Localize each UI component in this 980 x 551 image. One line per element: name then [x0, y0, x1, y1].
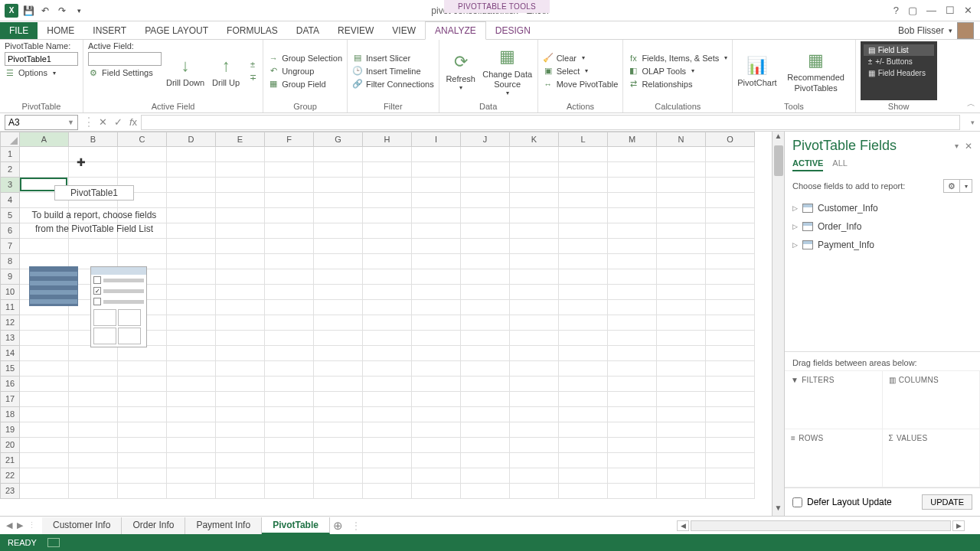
cell[interactable]	[265, 239, 314, 254]
cell[interactable]	[265, 407, 314, 422]
row-header[interactable]: 10	[0, 285, 20, 300]
close-icon[interactable]: ✕	[964, 5, 972, 16]
cell[interactable]	[167, 331, 216, 346]
cell[interactable]	[20, 453, 69, 468]
row-header[interactable]: 6	[0, 223, 20, 239]
row-header[interactable]: 8	[0, 254, 20, 269]
cell[interactable]	[265, 178, 314, 193]
sheet-nav-next-icon[interactable]: ▶	[17, 520, 23, 530]
cell[interactable]	[608, 468, 657, 484]
row-header[interactable]: 14	[0, 346, 20, 361]
insert-timeline-button[interactable]: 🕒Insert Timeline	[352, 66, 434, 77]
cell[interactable]	[265, 269, 314, 285]
row-header[interactable]: 17	[0, 392, 20, 407]
cell[interactable]	[69, 422, 118, 438]
headers-toggle[interactable]: ▦Field Headers	[864, 67, 934, 79]
cell[interactable]	[167, 147, 216, 162]
row-header[interactable]: 9	[0, 269, 20, 285]
column-header[interactable]: J	[461, 132, 510, 147]
cell[interactable]	[510, 361, 559, 377]
save-icon[interactable]: 💾	[21, 4, 35, 18]
cell[interactable]	[265, 162, 314, 178]
cell[interactable]	[412, 315, 461, 331]
cell[interactable]	[167, 208, 216, 223]
sheet-tab[interactable]: Customer Info	[42, 517, 122, 534]
cell[interactable]	[706, 392, 755, 407]
cell[interactable]	[363, 162, 412, 178]
cell[interactable]	[559, 285, 608, 300]
collapse-ribbon-icon[interactable]: ︿	[967, 98, 975, 109]
cell[interactable]	[510, 223, 559, 239]
column-header[interactable]: B	[69, 132, 118, 147]
cell[interactable]	[363, 147, 412, 162]
cell[interactable]	[412, 438, 461, 453]
tab-analyze[interactable]: ANALYZE	[425, 21, 486, 40]
cell[interactable]	[559, 438, 608, 453]
cell[interactable]	[69, 162, 118, 178]
cell[interactable]	[314, 407, 363, 422]
rows-drop-area[interactable]: ≡ROWS	[785, 429, 883, 487]
name-box[interactable]: A3▼	[5, 115, 78, 130]
tab-home[interactable]: HOME	[38, 22, 83, 39]
cell[interactable]	[412, 453, 461, 468]
cell[interactable]	[706, 223, 755, 239]
cell[interactable]	[412, 346, 461, 361]
filters-drop-area[interactable]: ▼FILTERS	[785, 371, 883, 429]
cell[interactable]	[608, 178, 657, 193]
row-header[interactable]: 11	[0, 300, 20, 315]
cell[interactable]	[118, 346, 167, 361]
column-header[interactable]: N	[657, 132, 706, 147]
active-field-input[interactable]	[88, 52, 162, 66]
cell[interactable]	[167, 361, 216, 377]
cell[interactable]	[657, 239, 706, 254]
cell[interactable]	[608, 484, 657, 499]
cell[interactable]	[20, 147, 69, 162]
cell[interactable]	[608, 346, 657, 361]
cell[interactable]	[314, 300, 363, 315]
cell[interactable]	[706, 422, 755, 438]
cell[interactable]	[412, 331, 461, 346]
cell[interactable]	[461, 254, 510, 269]
cell[interactable]	[706, 377, 755, 392]
cell[interactable]	[461, 147, 510, 162]
cell[interactable]	[510, 162, 559, 178]
tab-review[interactable]: REVIEW	[328, 22, 383, 39]
cell[interactable]	[559, 361, 608, 377]
cell[interactable]	[559, 453, 608, 468]
cell[interactable]	[559, 484, 608, 499]
maximize-icon[interactable]: ☐	[946, 5, 955, 16]
cell[interactable]	[706, 162, 755, 178]
field-item[interactable]: ▷Order_Info	[789, 217, 975, 236]
cell[interactable]	[657, 438, 706, 453]
cell[interactable]	[167, 438, 216, 453]
cell[interactable]	[216, 377, 265, 392]
cell[interactable]	[167, 407, 216, 422]
cell[interactable]	[265, 468, 314, 484]
cell[interactable]	[559, 377, 608, 392]
cell[interactable]	[314, 147, 363, 162]
cell[interactable]	[657, 300, 706, 315]
cell[interactable]	[657, 484, 706, 499]
select-button[interactable]: ▣Select▾	[543, 66, 619, 77]
cell[interactable]	[314, 285, 363, 300]
cell[interactable]	[706, 147, 755, 162]
excel-icon[interactable]: X	[5, 4, 18, 18]
scroll-down-icon[interactable]: ▼	[773, 504, 784, 516]
cell[interactable]	[265, 193, 314, 208]
cell[interactable]	[167, 193, 216, 208]
column-header[interactable]: M	[608, 132, 657, 147]
cell[interactable]	[412, 147, 461, 162]
cell[interactable]	[363, 346, 412, 361]
cell[interactable]	[167, 254, 216, 269]
cell[interactable]	[20, 162, 69, 178]
cell[interactable]	[20, 407, 69, 422]
cell[interactable]	[559, 208, 608, 223]
cell[interactable]	[461, 407, 510, 422]
cell[interactable]	[363, 377, 412, 392]
cell[interactable]	[363, 438, 412, 453]
relationships-button[interactable]: ⇄Relationships	[628, 79, 727, 90]
cell[interactable]	[69, 346, 118, 361]
cell[interactable]	[314, 239, 363, 254]
cell[interactable]	[559, 468, 608, 484]
cell[interactable]	[216, 438, 265, 453]
